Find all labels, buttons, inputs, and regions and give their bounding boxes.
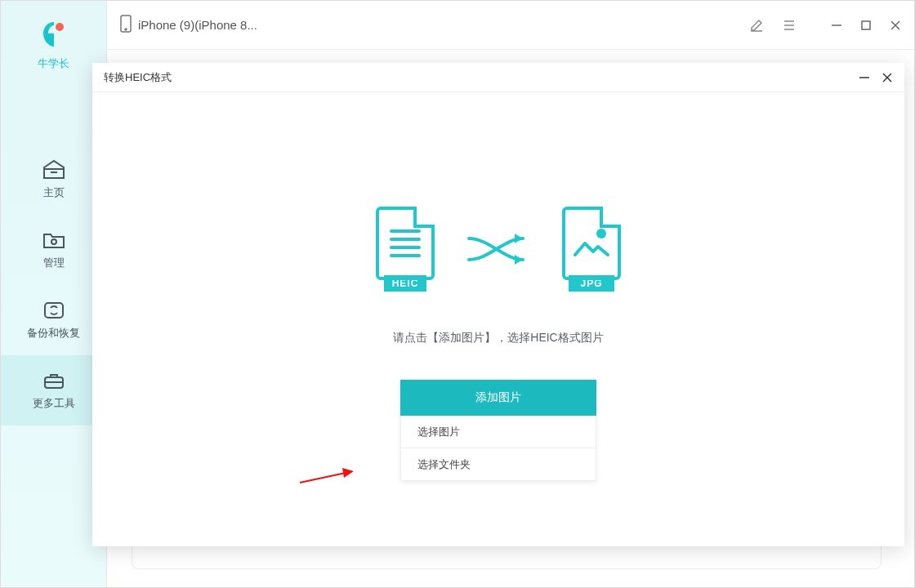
toolbox-icon (42, 370, 66, 391)
modal-close-button[interactable] (882, 72, 893, 83)
modal-titlebar: 转换HEIC格式 (92, 63, 904, 92)
brand: 牛学长 (38, 19, 69, 71)
device-label: iPhone (9)(iPhone 8... (138, 18, 257, 32)
folder-gear-icon (42, 229, 66, 251)
brand-logo-icon (40, 19, 68, 50)
svg-line-22 (300, 473, 346, 483)
heic-file-icon: HEIC (376, 207, 435, 292)
sidebar-item-manage[interactable]: 管理 (1, 215, 106, 285)
add-image-menu: 选择图片 选择文件夹 (400, 416, 596, 481)
svg-marker-21 (515, 234, 523, 243)
svg-point-8 (125, 29, 127, 30)
sidebar-item-label: 更多工具 (33, 396, 75, 411)
sidebar-item-label: 主页 (43, 185, 65, 200)
menu-item-label: 选择图片 (417, 425, 460, 439)
red-arrow-annotation (298, 468, 355, 486)
menu-select-image[interactable]: 选择图片 (400, 416, 596, 448)
svg-marker-23 (342, 468, 354, 478)
sidebar-item-backup[interactable]: 备份和恢复 (1, 285, 106, 355)
phone-icon (120, 15, 132, 35)
svg-rect-4 (45, 303, 63, 318)
svg-point-0 (56, 23, 64, 31)
add-image-button-label: 添加图片 (475, 390, 521, 405)
nav-items: 主页 管理 备份和 (1, 145, 106, 425)
swap-arrows-icon (464, 229, 533, 270)
instruction-text: 请点击【添加图片】，选择HEIC格式图片 (393, 331, 603, 345)
modal-body: HEIC (92, 92, 904, 546)
close-button[interactable] (890, 20, 901, 31)
add-image-control: 添加图片 选择图片 选择文件夹 (400, 380, 596, 481)
list-icon[interactable] (782, 18, 797, 33)
sidebar-item-more-tools[interactable]: 更多工具 (1, 355, 106, 425)
svg-rect-14 (862, 21, 870, 29)
svg-marker-20 (515, 255, 523, 265)
maximize-button[interactable] (860, 20, 872, 31)
header: iPhone (9)(iPhone 8... (107, 1, 914, 50)
edit-icon[interactable] (749, 18, 764, 33)
brand-name: 牛学长 (38, 56, 69, 71)
sidebar-item-label: 备份和恢复 (27, 326, 80, 341)
window-controls (831, 20, 901, 31)
add-image-button[interactable]: 添加图片 (400, 380, 596, 416)
sidebar-item-label: 管理 (43, 256, 65, 270)
app-window: 牛学长 主页 (0, 0, 915, 588)
header-right (749, 18, 901, 33)
menu-select-folder[interactable]: 选择文件夹 (400, 448, 596, 481)
device-indicator[interactable]: iPhone (9)(iPhone 8... (120, 15, 257, 35)
convert-heic-modal: 转换HEIC格式 HEIC (92, 63, 904, 546)
sync-icon (42, 300, 66, 321)
sidebar-item-home[interactable]: 主页 (1, 145, 106, 215)
menu-item-label: 选择文件夹 (417, 457, 471, 472)
jpg-file-icon: JPG (562, 207, 621, 292)
convert-illustration: HEIC (376, 207, 621, 292)
home-icon (42, 159, 66, 180)
sidebar: 牛学长 主页 (1, 1, 107, 587)
svg-point-3 (51, 239, 56, 244)
modal-minimize-button[interactable] (859, 72, 870, 83)
modal-title: 转换HEIC格式 (104, 70, 172, 85)
minimize-button[interactable] (831, 20, 842, 31)
